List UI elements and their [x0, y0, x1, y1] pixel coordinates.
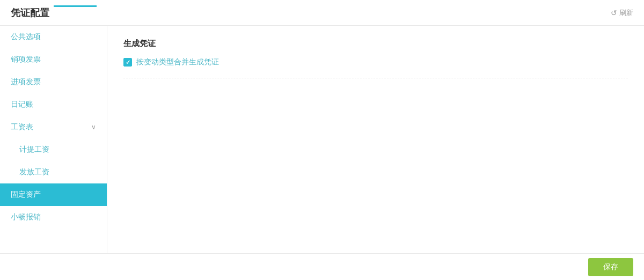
- top-tab-indicator: [0, 0, 644, 2]
- sidebar-item-sales-invoice[interactable]: 销项发票: [0, 48, 107, 71]
- sidebar-item-label: 工资表: [11, 122, 33, 132]
- sidebar-item-label: 小畅报销: [11, 212, 41, 222]
- sidebar-item-payroll-table[interactable]: 工资表∨: [0, 116, 107, 138]
- merge-by-type-checkbox[interactable]: [123, 58, 132, 67]
- header: 凭证配置 ↺ 刷新: [0, 0, 644, 26]
- sidebar-item-label: 公共选项: [11, 32, 41, 42]
- sidebar-item-label: 固定资产: [11, 190, 41, 200]
- sidebar-item-purchase-invoice[interactable]: 进项发票: [0, 71, 107, 93]
- refresh-label: 刷新: [619, 8, 633, 18]
- sidebar-item-fixed-assets[interactable]: 固定资产: [0, 183, 107, 206]
- main-layout: 公共选项销项发票进项发票日记账工资表∨计提工资发放工资固定资产小畅报销 生成凭证…: [0, 26, 644, 280]
- sidebar-item-label: 发放工资: [19, 167, 49, 177]
- sidebar-item-payroll-accrual[interactable]: 计提工资: [0, 138, 107, 161]
- save-button[interactable]: 保存: [588, 258, 633, 276]
- sidebar-item-payroll-issue[interactable]: 发放工资: [0, 161, 107, 183]
- checkbox-label: 按变动类型合并生成凭证: [136, 57, 219, 67]
- sidebar-item-expense-report[interactable]: 小畅报销: [0, 206, 107, 229]
- sidebar-item-public-options[interactable]: 公共选项: [0, 26, 107, 48]
- checkbox-row: 按变动类型合并生成凭证: [123, 57, 628, 67]
- main-content: 生成凭证 按变动类型合并生成凭证: [107, 26, 644, 280]
- page-title: 凭证配置: [11, 6, 49, 19]
- sidebar-item-label: 日记账: [11, 100, 33, 109]
- section-divider: [123, 78, 628, 78]
- refresh-icon: ↺: [611, 9, 617, 17]
- sidebar: 公共选项销项发票进项发票日记账工资表∨计提工资发放工资固定资产小畅报销: [0, 26, 107, 280]
- refresh-button[interactable]: ↺ 刷新: [611, 8, 633, 18]
- sidebar-item-label: 进项发票: [11, 77, 41, 87]
- sidebar-item-label: 计提工资: [19, 145, 49, 154]
- sidebar-item-journal[interactable]: 日记账: [0, 93, 107, 116]
- section-title: 生成凭证: [123, 39, 628, 49]
- sidebar-item-label: 销项发票: [11, 55, 41, 64]
- chevron-down-icon: ∨: [91, 123, 96, 131]
- footer: 保存: [0, 253, 644, 280]
